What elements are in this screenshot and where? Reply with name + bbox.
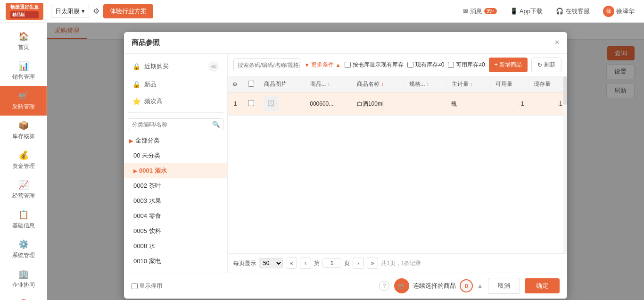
tree-item-0001-label: 0001 酒水 bbox=[139, 167, 167, 175]
recent-icon: 🔒 bbox=[132, 63, 140, 70]
collapse-button[interactable]: ≪ bbox=[208, 61, 219, 72]
trial-btn[interactable]: 体验行业方案 bbox=[103, 4, 153, 18]
prev-page-button[interactable]: ‹ bbox=[300, 258, 311, 269]
gear-button[interactable]: ⚙ bbox=[93, 7, 99, 16]
confirm-button[interactable]: 确定 bbox=[525, 278, 560, 293]
sidebar-item-sales[interactable]: 📊 销售管理 bbox=[0, 56, 47, 86]
sales-icon: 📊 bbox=[18, 61, 29, 71]
tab-frequent[interactable]: ⭐ 频次高 bbox=[128, 93, 223, 109]
left-panel: 🔒 近期购买 ≪ 🔒 新品 ⭐ 频次高 bbox=[124, 54, 228, 273]
tree-item-00-label: 00 未分类 bbox=[133, 151, 160, 160]
new-label: 新品 bbox=[144, 80, 157, 89]
purchase-icon: 🛒 bbox=[18, 91, 29, 101]
store-selector[interactable]: 日太阳膜 ▾ bbox=[51, 5, 89, 18]
sidebar-item-finance[interactable]: 💰 资金管理 bbox=[0, 145, 47, 175]
sort-code-icon: ↕ bbox=[328, 82, 330, 87]
tree-item-0010[interactable]: 0010 家电 bbox=[124, 254, 227, 269]
th-stock: 现存量 bbox=[528, 76, 567, 92]
sidebar-item-home[interactable]: 🏠 首页 bbox=[0, 26, 47, 56]
classify-search-button[interactable]: 🔍 bbox=[209, 119, 223, 130]
tree-item-0003[interactable]: 0003 水果 bbox=[124, 193, 227, 208]
sort-name-icon: ↕ bbox=[381, 82, 384, 87]
message-btn[interactable]: ✉ 消息 99+ bbox=[459, 5, 501, 17]
filter-button[interactable]: ▼ 更多条件 ▲ bbox=[304, 61, 341, 69]
classify-search-input[interactable] bbox=[128, 119, 209, 130]
modal-overlay: 商品参照 × 🔒 近期购买 ≪ � bbox=[47, 23, 644, 300]
product-reference-modal: 商品参照 × 🔒 近期购买 ≪ � bbox=[124, 32, 567, 299]
refresh-product-button[interactable]: ↻ 刷新 bbox=[531, 58, 561, 72]
all-categories-label: 全部分类 bbox=[135, 136, 160, 145]
sidebar-item-system[interactable]: ⚙️ 系统管理 bbox=[0, 234, 47, 264]
row-name: 白酒100ml bbox=[352, 92, 404, 116]
basic-icon: 📋 bbox=[18, 209, 29, 220]
show-disabled-label[interactable]: 显示停用 bbox=[132, 282, 162, 290]
row-usable: -1 bbox=[490, 92, 528, 116]
sidebar-label-business: 经营管理 bbox=[12, 192, 35, 200]
tree-item-0004-label: 0004 零食 bbox=[133, 212, 161, 220]
page-total-info: 共1页，1条记录 bbox=[381, 259, 421, 267]
tab-recent-purchase[interactable]: 🔒 近期购买 ≪ bbox=[128, 58, 223, 75]
sidebar-item-enterprise[interactable]: 🏢 企业协同 bbox=[0, 264, 47, 294]
sidebar-item-purchase[interactable]: 🛒 采购管理 bbox=[0, 86, 47, 116]
store-name: 日太阳膜 bbox=[55, 7, 80, 16]
check-nonzero-label[interactable]: 现有库存≠0 bbox=[407, 61, 444, 69]
add-product-button[interactable]: + 新增商品 bbox=[489, 58, 528, 72]
cancel-button[interactable]: 取消 bbox=[488, 278, 520, 294]
help-button[interactable]: ? bbox=[379, 281, 389, 291]
table-row[interactable]: 1 🖼 bbox=[228, 92, 567, 116]
tree-item-0004[interactable]: 0004 零食 bbox=[124, 208, 227, 224]
modal-close-button[interactable]: × bbox=[554, 38, 560, 48]
th-name[interactable]: 商品名称 ↕ bbox=[352, 76, 404, 92]
online-service-btn[interactable]: 🎧 在线客服 bbox=[552, 5, 594, 17]
headset-icon: 🎧 bbox=[556, 8, 563, 15]
last-page-button[interactable]: » bbox=[367, 258, 378, 269]
tree-item-0008[interactable]: 0008 水 bbox=[124, 239, 227, 254]
navbar-right: ✉ 消息 99+ 📱 App下载 🎧 在线客服 徐 徐泽华 bbox=[459, 4, 638, 19]
collapse-footer-icon[interactable]: ▲ bbox=[477, 282, 483, 290]
cart-icon-button[interactable]: 🛒 bbox=[394, 278, 409, 293]
th-spec[interactable]: 规格... ↕ bbox=[404, 76, 446, 92]
sidebar-label-finance: 资金管理 bbox=[12, 162, 35, 170]
next-page-button[interactable]: › bbox=[353, 258, 364, 269]
refresh-icon: ↻ bbox=[537, 62, 542, 68]
first-page-button[interactable]: « bbox=[286, 258, 297, 269]
product-search-input[interactable] bbox=[234, 59, 300, 71]
app-download-btn[interactable]: 📱 App下载 bbox=[506, 5, 546, 17]
modal-title: 商品参照 bbox=[132, 38, 160, 47]
sidebar-item-business[interactable]: 📈 经营管理 bbox=[0, 175, 47, 205]
check-warehouse-label[interactable]: 按仓库显示现有库存 bbox=[345, 61, 404, 69]
th-code[interactable]: 商品... ↕ bbox=[305, 76, 352, 92]
table-scrollbar[interactable] bbox=[563, 76, 567, 253]
business-icon: 📈 bbox=[18, 180, 29, 190]
tree-item-0001[interactable]: ▶ 0001 酒水 bbox=[124, 163, 227, 178]
check-warehouse-input[interactable] bbox=[345, 62, 351, 68]
check-usable-input[interactable] bbox=[448, 62, 454, 68]
show-disabled-checkbox[interactable] bbox=[132, 283, 138, 289]
row-unit: 瓶 bbox=[446, 92, 490, 116]
check-usable-label[interactable]: 可用库存≠0 bbox=[448, 61, 485, 69]
th-settings[interactable]: ⚙ bbox=[228, 76, 243, 92]
tab-new-product[interactable]: 🔒 新品 bbox=[128, 76, 223, 92]
check-nonzero-input[interactable] bbox=[407, 62, 413, 68]
tree-item-0005-label: 0005 饮料 bbox=[133, 227, 161, 235]
user-profile-btn[interactable]: 徐 徐泽华 bbox=[599, 4, 638, 19]
row-checkbox[interactable] bbox=[248, 100, 254, 106]
row-code: 000600... bbox=[305, 92, 352, 116]
tree-item-0002[interactable]: 0002 茶叶 bbox=[124, 178, 227, 193]
page-input[interactable] bbox=[322, 258, 341, 268]
select-all-checkbox[interactable] bbox=[248, 81, 254, 87]
right-toolbar: 🔍 ▼ 更多条件 ▲ 按仓库显示现有库存 bbox=[228, 54, 567, 76]
enterprise-icon: 🏢 bbox=[18, 269, 29, 279]
sidebar-item-basic[interactable]: 📋 基础信息 bbox=[0, 205, 47, 234]
message-badge: 99+ bbox=[484, 8, 497, 14]
tree-item-00[interactable]: 00 未分类 bbox=[124, 148, 227, 163]
sidebar-item-guide[interactable]: 🎯 新手引导 bbox=[0, 294, 47, 300]
tree-item-0003-label: 0003 水果 bbox=[133, 197, 161, 205]
th-unit[interactable]: 主计量 ↕ bbox=[446, 76, 490, 92]
sidebar-label-system: 系统管理 bbox=[12, 251, 35, 259]
sidebar-item-inventory[interactable]: 📦 库存核算 bbox=[0, 116, 47, 145]
per-page-select[interactable]: 50 20 100 bbox=[259, 258, 283, 268]
tree-all-categories[interactable]: ▶ 全部分类 bbox=[124, 133, 227, 148]
frequent-label: 频次高 bbox=[144, 97, 163, 106]
tree-item-0005[interactable]: 0005 饮料 bbox=[124, 224, 227, 239]
